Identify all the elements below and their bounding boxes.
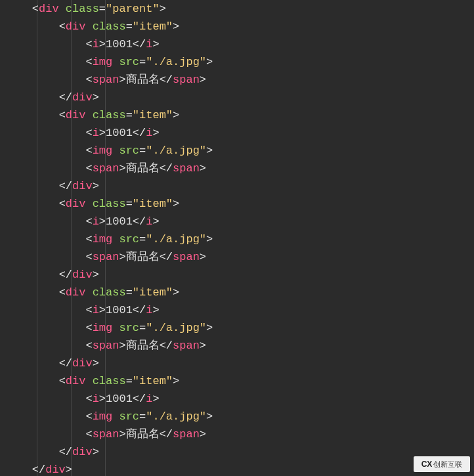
code-line: <div class="item"> <box>5 372 474 390</box>
code-line: <div class="item"> <box>5 18 474 35</box>
code-line: <i>1001</i> <box>5 390 474 408</box>
code-line: <img src="./a.jpg"> <box>5 319 474 337</box>
code-line: <i>1001</i> <box>5 124 474 142</box>
code-line: <span>商品名</span> <box>5 425 474 443</box>
code-line: <i>1001</i> <box>5 35 474 53</box>
code-line: <div class="item"> <box>5 284 474 301</box>
code-line: </div> <box>5 355 474 372</box>
code-line: <span>商品名</span> <box>5 71 474 89</box>
code-line: <img src="./a.jpg"> <box>5 408 474 425</box>
code-body: <div class="parent"> <div class="item"> … <box>0 0 474 476</box>
code-line: <span>商品名</span> <box>5 337 474 355</box>
watermark-text: 创新互联 <box>433 456 462 473</box>
code-line: </div> <box>5 266 474 284</box>
code-line: <div class="parent"> <box>5 0 474 18</box>
code-line: <img src="./a.jpg"> <box>5 142 474 160</box>
code-line: <div class="item"> <box>5 195 474 213</box>
code-line: </div> <box>5 177 474 195</box>
code-line: </div> <box>5 461 474 476</box>
code-line: <span>商品名</span> <box>5 160 474 177</box>
code-editor[interactable]: <div class="parent"> <div class="item"> … <box>0 0 474 476</box>
code-line: </div> <box>5 89 474 106</box>
code-line: <div class="item"> <box>5 106 474 124</box>
code-line: <img src="./a.jpg"> <box>5 53 474 71</box>
code-line: </div> <box>5 443 474 461</box>
watermark-badge: CX 创新互联 <box>414 456 470 472</box>
code-line: <i>1001</i> <box>5 301 474 319</box>
code-line: <i>1001</i> <box>5 213 474 230</box>
watermark-logo: CX <box>421 456 433 473</box>
code-line: <span>商品名</span> <box>5 248 474 266</box>
code-line: <img src="./a.jpg"> <box>5 230 474 248</box>
